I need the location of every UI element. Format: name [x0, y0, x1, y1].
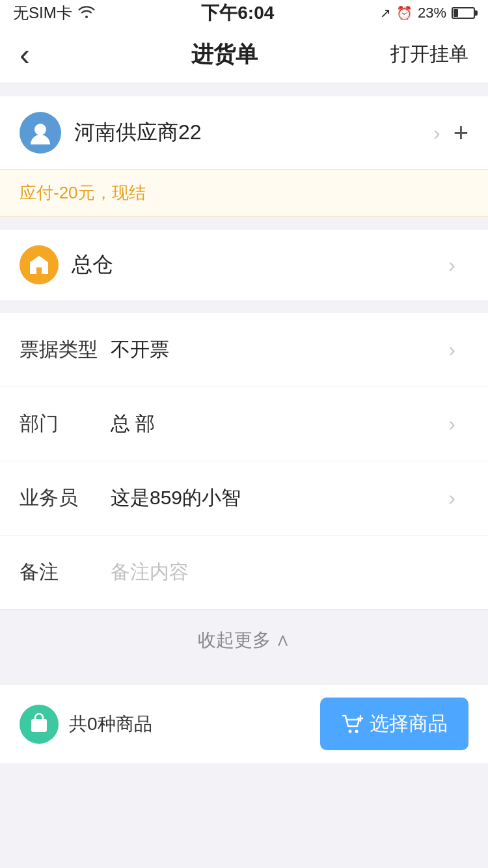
salesperson-label: 业务员: [20, 485, 111, 511]
notice-text: 应付-20元，现结: [20, 183, 146, 202]
status-bar: 无SIM卡 下午6:04 ↗ ⏰ 23%: [0, 0, 488, 26]
status-right-icons: ↗ ⏰ 23%: [380, 5, 475, 21]
warehouse-row[interactable]: 总仓 ›: [0, 230, 488, 300]
department-value: 总 部: [111, 411, 448, 437]
department-label: 部门: [20, 411, 111, 437]
svg-point-0: [34, 124, 46, 135]
svg-point-2: [349, 729, 352, 733]
invoice-type-value: 不开票: [111, 336, 448, 363]
svg-rect-1: [31, 719, 47, 732]
status-carrier: 无SIM卡: [13, 3, 96, 23]
notice-banner: 应付-20元，现结: [0, 169, 488, 217]
supplier-section: 河南供应商22 › + 应付-20元，现结: [0, 96, 488, 217]
supplier-name: 河南供应商22: [74, 118, 433, 147]
add-supplier-button[interactable]: +: [454, 118, 468, 148]
location-icon: ↗: [380, 5, 391, 21]
back-button[interactable]: ‹: [20, 36, 59, 72]
battery-icon: [452, 7, 475, 19]
cart-plus-icon: [341, 713, 363, 735]
remark-label: 备注: [20, 559, 111, 586]
alarm-icon: ⏰: [396, 5, 413, 21]
select-product-label: 选择商品: [370, 711, 448, 737]
select-product-button[interactable]: 选择商品: [320, 698, 468, 750]
warehouse-chevron-icon: ›: [448, 253, 455, 277]
section-gap-4: [0, 671, 488, 684]
collapse-button[interactable]: 收起更多 ∧: [0, 609, 488, 671]
section-gap-3: [0, 300, 488, 313]
product-count-wrap: 共0种商品: [20, 705, 152, 744]
wifi-icon: [77, 4, 96, 22]
form-section: 票据类型 不开票 › 部门 总 部 › 业务员 这是859的小智 › 备注 备注…: [0, 313, 488, 609]
product-count-text: 共0种商品: [69, 712, 152, 737]
page-title: 进货单: [191, 40, 258, 70]
department-chevron-icon: ›: [448, 412, 455, 436]
nav-bar: ‹ 进货单 打开挂单: [0, 26, 488, 83]
remark-placeholder[interactable]: 备注内容: [111, 559, 468, 586]
salesperson-row[interactable]: 业务员 这是859的小智 ›: [0, 461, 488, 535]
section-gap-1: [0, 83, 488, 96]
supplier-avatar: [20, 112, 61, 154]
warehouse-icon: [20, 245, 59, 284]
salesperson-chevron-icon: ›: [448, 486, 455, 510]
svg-point-3: [355, 729, 359, 733]
supplier-row[interactable]: 河南供应商22 › +: [0, 96, 488, 169]
remark-row[interactable]: 备注 备注内容: [0, 535, 488, 609]
department-row[interactable]: 部门 总 部 ›: [0, 387, 488, 461]
warehouse-section: 总仓 ›: [0, 230, 488, 300]
bottom-bar: 共0种商品 选择商品: [0, 684, 488, 763]
open-pending-button[interactable]: 打开挂单: [390, 41, 468, 68]
battery-text: 23%: [418, 5, 446, 21]
product-icon: [20, 705, 59, 744]
salesperson-value: 这是859的小智: [111, 485, 448, 511]
warehouse-name: 总仓: [72, 251, 448, 279]
invoice-type-row[interactable]: 票据类型 不开票 ›: [0, 313, 488, 387]
invoice-type-chevron-icon: ›: [448, 338, 455, 362]
carrier-text: 无SIM卡: [13, 3, 72, 23]
status-time: 下午6:04: [201, 1, 274, 25]
lower-gray-area: [0, 763, 488, 868]
invoice-type-label: 票据类型: [20, 336, 111, 363]
supplier-chevron-icon: ›: [433, 121, 441, 145]
section-gap-2: [0, 217, 488, 230]
